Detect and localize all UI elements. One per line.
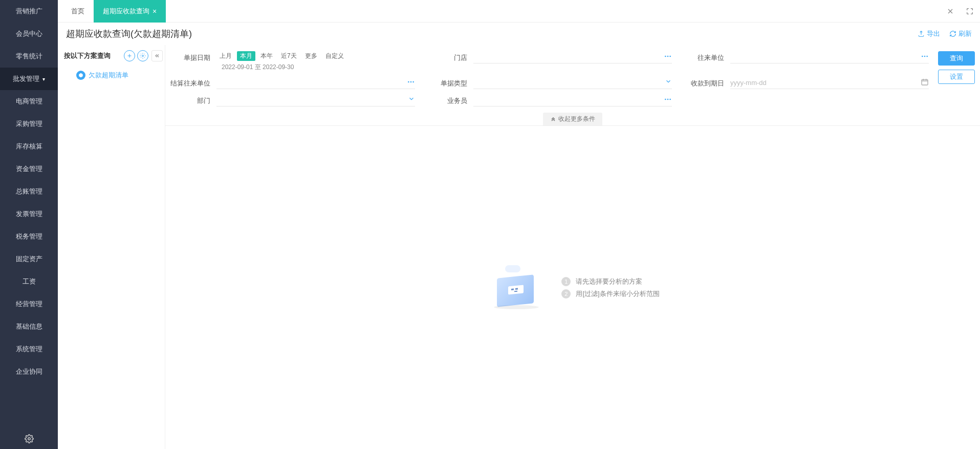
add-scheme-button[interactable] [124,50,135,61]
field-settle-partner: 结算往来单位 [170,77,415,89]
sidebar-item-10[interactable]: 税务管理 [0,225,58,248]
tab-close-global[interactable] [944,5,956,17]
sidebar-item-label: 基础信息 [16,322,42,331]
svg-rect-11 [922,79,928,85]
empty-step-2: 2用[过滤]条件来缩小分析范围 [561,289,659,298]
sidebar-item-4[interactable]: 电商管理 [0,90,58,113]
due-date-picker-button[interactable] [921,78,929,86]
scheme-settings-button[interactable] [137,50,148,61]
sidebar-item-11[interactable]: 固定资产 [0,248,58,270]
shop-input[interactable] [473,51,672,63]
sidebar-item-12[interactable]: 工资 [0,270,58,293]
sidebar-item-9[interactable]: 发票管理 [0,203,58,225]
svg-point-0 [28,438,30,440]
sidebar-item-label: 库存核算 [16,142,42,151]
date-preset[interactable]: 自定义 [322,51,347,61]
svg-point-2 [665,56,666,57]
sidebar-item-label: 会员中心 [16,29,42,38]
shop-lookup-button[interactable] [664,52,672,60]
sidebar-item-13[interactable]: 经营管理 [0,293,58,315]
sidebar-item-label: 批发管理 [13,74,39,83]
svg-point-10 [412,81,414,83]
empty-step-1: 1请先选择要分析的方案 [561,277,659,286]
field-shop: 门店 [427,51,672,72]
sidebar-item-label: 发票管理 [16,209,42,219]
sidebar-item-5[interactable]: 采购管理 [0,113,58,135]
sidebar-item-label: 总账管理 [16,187,42,196]
collapse-scheme-button[interactable] [151,50,163,61]
date-preset[interactable]: 近7天 [278,51,300,61]
svg-point-4 [669,56,671,57]
sidebar-item-label: 系统管理 [16,345,42,354]
dept-dropdown-button[interactable] [408,95,415,102]
sidebar-item-3[interactable]: 批发管理▾ [0,68,58,90]
tab-close-icon[interactable]: × [153,8,157,15]
svg-point-5 [922,56,923,57]
filter-panel: 单据日期 上月本月本年近7天更多自定义 2022-09-01 至 2022-09… [165,45,980,126]
sidebar-item-label: 资金管理 [16,164,42,174]
scheme-item[interactable]: 欠款超期清单 [64,71,163,80]
bill-type-select[interactable] [473,77,672,89]
sidebar-item-0[interactable]: 营销推广 [0,0,58,23]
sidebar-item-7[interactable]: 资金管理 [0,158,58,180]
sidebar-item-label: 税务管理 [16,232,42,241]
field-partner: 往来单位 [684,51,929,72]
fullscreen-button[interactable] [964,5,976,17]
field-due-date: 收款到期日 [684,77,929,89]
collapse-filters-button[interactable]: 收起更多条件 [543,113,602,125]
date-preset[interactable]: 更多 [302,51,320,61]
settle-partner-lookup-button[interactable] [407,78,415,86]
chevron-up-icon [550,116,556,122]
field-bill-date: 单据日期 上月本月本年近7天更多自定义 2022-09-01 至 2022-09… [170,51,415,72]
date-preset[interactable]: 本年 [257,51,276,61]
refresh-button[interactable]: 刷新 [949,29,972,38]
due-date-input[interactable] [730,77,929,89]
sidebar-item-14[interactable]: 基础信息 [0,315,58,338]
svg-point-1 [142,55,144,57]
tab-bar: 首页超期应收款查询× [58,0,980,23]
refresh-icon [949,30,956,37]
date-preset[interactable]: 本月 [237,51,255,61]
tab-1[interactable]: 超期应收款查询× [94,0,166,23]
tab-0[interactable]: 首页 [62,0,94,23]
salesman-lookup-button[interactable] [664,95,672,103]
svg-point-9 [410,81,412,83]
field-dept: 部门 [170,94,415,106]
field-bill-type: 单据类型 [427,77,672,89]
settle-partner-input[interactable] [216,77,415,89]
page-title: 超期应收款查询(欠款超期清单) [66,28,192,40]
ellipsis-icon [664,95,672,103]
export-button[interactable]: 导出 [918,29,940,38]
sidebar-item-15[interactable]: 系统管理 [0,338,58,360]
title-bar: 超期应收款查询(欠款超期清单) 导出 刷新 [58,23,980,45]
svg-point-3 [667,56,669,57]
sidebar-item-16[interactable]: 企业协同 [0,360,58,383]
date-preset[interactable]: 上月 [216,51,235,61]
sidebar-item-2[interactable]: 零售统计 [0,45,58,68]
partner-lookup-button[interactable] [921,52,929,60]
gear-icon [140,53,146,59]
settings-button[interactable]: 设置 [938,70,975,84]
sidebar: 营销推广会员中心零售统计批发管理▾电商管理采购管理库存核算资金管理总账管理发票管… [0,0,58,449]
sidebar-item-label: 经营管理 [16,300,42,309]
bill-type-dropdown-button[interactable] [665,78,672,85]
calendar-icon [921,78,929,86]
svg-point-13 [667,99,669,100]
salesman-input[interactable] [473,94,672,106]
svg-point-7 [926,56,928,57]
sidebar-item-6[interactable]: 库存核算 [0,135,58,158]
sidebar-item-label: 营销推广 [16,7,42,16]
query-button[interactable]: 查询 [938,51,975,66]
sidebar-item-label: 电商管理 [16,97,42,106]
svg-point-6 [924,56,926,57]
sidebar-item-8[interactable]: 总账管理 [0,180,58,203]
date-range-text: 2022-09-01 至 2022-09-30 [216,63,415,72]
gear-icon [25,434,34,443]
results-area: 1请先选择要分析的方案 2用[过滤]条件来缩小分析范围 [165,126,980,449]
sidebar-item-label: 采购管理 [16,119,42,129]
partner-input[interactable] [730,51,929,63]
dept-select[interactable] [216,94,415,106]
settings-gear[interactable] [0,429,58,449]
scheme-icon [76,71,85,80]
sidebar-item-1[interactable]: 会员中心 [0,23,58,45]
